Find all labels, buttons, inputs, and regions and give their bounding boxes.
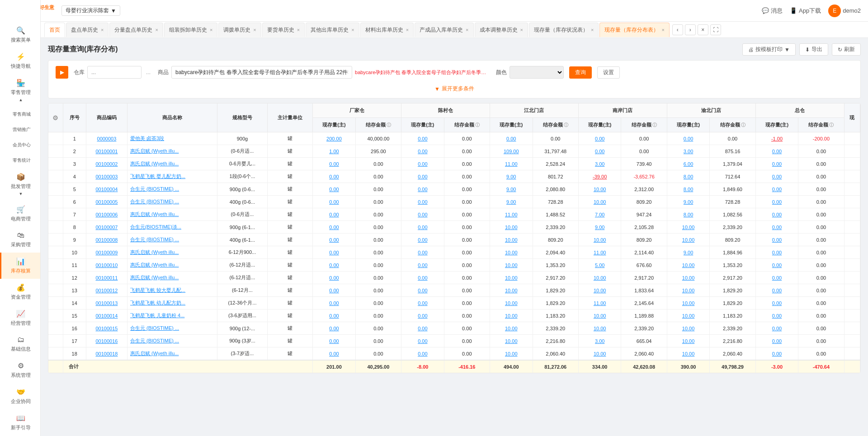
row-code[interactable]: 00100016: [86, 335, 127, 347]
row-name[interactable]: 飞鹤星飞帆 婴儿配方奶...: [127, 170, 217, 183]
row-name[interactable]: 合生元 (BIOSTIME) ...: [127, 322, 217, 335]
row-na-qty[interactable]: 10.00: [578, 183, 621, 196]
row-tot-qty[interactable]: 0.00: [755, 246, 798, 259]
row-code[interactable]: 00100005: [86, 196, 127, 208]
tab-8-close[interactable]: ×: [466, 27, 468, 33]
row-na-qty[interactable]: 0.00: [578, 132, 621, 145]
row-f-qty[interactable]: 0.00: [313, 234, 356, 246]
row-code[interactable]: 00100013: [86, 297, 127, 309]
tab-6-close[interactable]: ×: [351, 27, 354, 33]
row-code[interactable]: 00100012: [86, 284, 127, 297]
row-jb-qty[interactable]: 10.00: [490, 322, 533, 335]
row-cl-qty[interactable]: 0.00: [401, 284, 444, 297]
row-jb-qty[interactable]: 10.00: [490, 284, 533, 297]
row-yb-qty[interactable]: 10.00: [667, 259, 710, 272]
message-btn[interactable]: 💬 消息: [762, 7, 783, 15]
row-name[interactable]: 惠氏启赋 (Wyeth illu...: [127, 208, 217, 221]
tab-3[interactable]: 组装拆卸单历史 ×: [164, 23, 217, 37]
row-f-qty[interactable]: 200.00: [313, 132, 356, 145]
row-yb-qty[interactable]: 10.00: [667, 297, 710, 309]
row-f-qty[interactable]: 0.00: [313, 335, 356, 347]
row-tot-qty[interactable]: 0.00: [755, 183, 798, 196]
row-f-qty[interactable]: 0.00: [313, 309, 356, 322]
row-code[interactable]: 0000003: [86, 132, 127, 145]
row-code[interactable]: 00100001: [86, 145, 127, 158]
row-name[interactable]: 合生元 (BIOSTIME) ...: [127, 196, 217, 208]
row-name[interactable]: 惠氏启赋 (Wyeth illu...: [127, 158, 217, 170]
row-jb-qty[interactable]: 11.00: [490, 158, 533, 170]
row-name[interactable]: 惠氏启赋 (Wyeth illu...: [127, 246, 217, 259]
sidebar-item-finance[interactable]: 💰 资金管理: [0, 279, 40, 305]
export-btn[interactable]: ⬇ 导出: [799, 43, 828, 56]
row-f-qty[interactable]: 0.00: [313, 284, 356, 297]
row-tot-qty[interactable]: 0.00: [755, 170, 798, 183]
row-cl-qty[interactable]: 0.00: [401, 158, 444, 170]
row-tot-qty[interactable]: 0.00: [755, 208, 798, 221]
expand-arrow[interactable]: ▶: [56, 66, 68, 79]
tab-4[interactable]: 调拨单历史 ×: [218, 23, 261, 37]
row-na-qty[interactable]: 3.00: [578, 158, 621, 170]
row-tot-qty[interactable]: 0.00: [755, 322, 798, 335]
sidebar-item-retailstats[interactable]: 零售统计: [0, 153, 40, 168]
row-code[interactable]: 00100018: [86, 347, 127, 361]
row-yb-qty[interactable]: 10.00: [667, 322, 710, 335]
row-yb-qty[interactable]: 8.00: [667, 208, 710, 221]
row-yb-qty[interactable]: 0.00: [667, 132, 710, 145]
row-name[interactable]: 飞鹤星飞帆 幼儿配方奶...: [127, 297, 217, 309]
row-tot-qty[interactable]: 0.00: [755, 297, 798, 309]
row-code[interactable]: 00100006: [86, 208, 127, 221]
row-jb-qty[interactable]: 9.00: [490, 196, 533, 208]
row-jb-qty[interactable]: 0.00: [490, 132, 533, 145]
row-code[interactable]: 00100014: [86, 309, 127, 322]
row-na-qty[interactable]: 7.00: [578, 208, 621, 221]
row-name[interactable]: 合生元 (BIOSTIME) ...: [127, 335, 217, 347]
sidebar-item-ecommerce[interactable]: 🛒 电商管理: [0, 201, 40, 227]
product-input[interactable]: [171, 66, 352, 79]
row-f-qty[interactable]: 1.00: [313, 145, 356, 158]
tab-5[interactable]: 要货单历史 ×: [262, 23, 305, 37]
row-code[interactable]: 00100003: [86, 170, 127, 183]
tab-close-all-btn[interactable]: ×: [698, 24, 708, 35]
row-jb-qty[interactable]: 9.00: [490, 183, 533, 196]
color-select[interactable]: [509, 66, 564, 79]
row-f-qty[interactable]: 0.00: [313, 259, 356, 272]
row-name[interactable]: 飞鹤星飞帆 儿童奶粉 4...: [127, 309, 217, 322]
row-na-qty[interactable]: -39.00: [578, 170, 621, 183]
row-tot-qty[interactable]: 0.00: [755, 196, 798, 208]
row-f-qty[interactable]: 0.00: [313, 158, 356, 170]
expand-conditions-btn[interactable]: ▼ 展开更多条件: [434, 85, 474, 93]
row-code[interactable]: 00100004: [86, 183, 127, 196]
row-name[interactable]: 合生元 (BIOSTIME) ...: [127, 183, 217, 196]
tot-amt-info-icon[interactable]: ⓘ: [829, 122, 834, 127]
row-yb-qty[interactable]: 10.00: [667, 347, 710, 361]
settings-btn[interactable]: 设置: [597, 66, 620, 79]
sidebar-item-retail[interactable]: 🏪 零售管理 ▲: [0, 74, 40, 107]
tab-10[interactable]: 现存量（库存状况表） ×: [529, 23, 599, 37]
appdownload-btn[interactable]: 📱 App下载: [790, 7, 821, 15]
sidebar-item-purchase[interactable]: 🛍 采购管理: [0, 227, 40, 253]
row-yb-qty[interactable]: 8.00: [667, 170, 710, 183]
row-f-qty[interactable]: 0.00: [313, 183, 356, 196]
row-cl-qty[interactable]: 0.00: [401, 221, 444, 234]
row-yb-qty[interactable]: 9.00: [667, 196, 710, 208]
cl-amt-info-icon[interactable]: ⓘ: [475, 122, 480, 127]
row-jb-qty[interactable]: 10.00: [490, 221, 533, 234]
tab-1-close[interactable]: ×: [101, 27, 104, 33]
tab-expand-btn[interactable]: ⛶: [710, 24, 721, 35]
row-jb-qty[interactable]: 10.00: [490, 309, 533, 322]
row-f-qty[interactable]: 0.00: [313, 347, 356, 361]
user-area[interactable]: E demo2: [828, 5, 861, 17]
warehouse-input[interactable]: [87, 66, 142, 79]
tab-4-close[interactable]: ×: [253, 27, 256, 33]
tab-9[interactable]: 成本调整单历史 ×: [475, 23, 528, 37]
row-tot-qty[interactable]: 0.00: [755, 335, 798, 347]
sidebar-item-marketing[interactable]: 营销推广: [0, 122, 40, 137]
row-jb-qty[interactable]: 10.00: [490, 259, 533, 272]
row-na-qty[interactable]: 10.00: [578, 322, 621, 335]
row-code[interactable]: 00100002: [86, 158, 127, 170]
row-yb-qty[interactable]: 10.00: [667, 284, 710, 297]
row-jb-qty[interactable]: 10.00: [490, 246, 533, 259]
row-yb-qty[interactable]: 9.00: [667, 246, 710, 259]
row-code[interactable]: 00100010: [86, 259, 127, 272]
tab-next-btn[interactable]: ›: [685, 24, 696, 35]
